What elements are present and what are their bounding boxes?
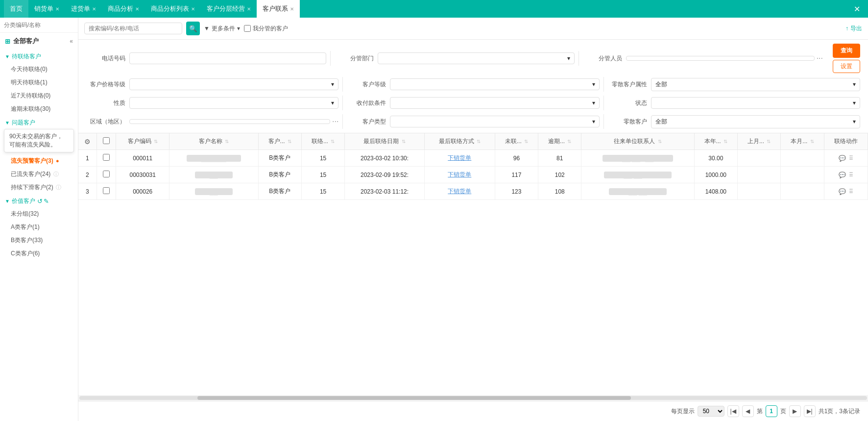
price-level-select[interactable]: ▾ <box>129 78 338 90</box>
action-chat-icon[interactable]: 💬 <box>839 155 846 162</box>
th-last-method[interactable]: 最后联络方式 ⇅ <box>424 133 495 150</box>
sidebar-item-type-c[interactable]: C类客户(6) <box>0 247 78 260</box>
customer-type-select[interactable]: ▾ <box>390 116 599 127</box>
action-more-icon[interactable]: ⠿ <box>849 172 853 178</box>
sidebar-item-declining[interactable]: 持续下滑客户(2) ⓘ <box>0 181 78 194</box>
nav-item-goods-analysis[interactable]: 商品分析 ✕ <box>102 0 145 18</box>
last-method-link[interactable]: 下销货单 <box>448 154 471 161</box>
row-checkbox[interactable] <box>103 154 110 161</box>
last-method-link[interactable]: 下销货单 <box>448 188 471 195</box>
th-last-month[interactable]: 上月... ⇅ <box>738 133 781 150</box>
sidebar-item-churned[interactable]: 已流失客户(24) ⓘ <box>0 168 78 181</box>
total-records-label: 共1页，3条记录 <box>819 407 860 416</box>
action-more-icon[interactable]: ⠿ <box>849 155 853 162</box>
nav-item-sales[interactable]: 销货单 ✕ <box>28 0 65 18</box>
window-close-button[interactable]: ✕ <box>849 1 864 16</box>
nav-close-sales[interactable]: ✕ <box>55 6 59 12</box>
query-button[interactable]: 查询 <box>833 44 860 58</box>
cell-index: 2 <box>78 167 96 183</box>
sidebar-item-today-pending[interactable]: 今天待联络(0) <box>0 63 78 76</box>
refresh-icon[interactable]: ↺ <box>37 198 43 205</box>
action-more-icon[interactable]: ⠿ <box>849 188 853 195</box>
sidebar-item-type-a[interactable]: A类客户(1) <box>0 221 78 234</box>
horizontal-scrollbar[interactable] <box>78 395 868 401</box>
th-type[interactable]: 客户... ⇅ <box>258 133 301 150</box>
nav-close-goods-analysis[interactable]: ✕ <box>135 6 139 12</box>
row-checkbox[interactable] <box>103 187 110 194</box>
edit-icon[interactable]: ✎ <box>44 198 49 205</box>
arrow-icon-churn: ▼ <box>5 120 10 125</box>
nav-item-purchase[interactable]: 进货单 ✕ <box>65 0 102 18</box>
scrollbar-thumb[interactable] <box>197 396 630 400</box>
my-customers-check[interactable] <box>244 25 251 32</box>
nav-close-goods-list[interactable]: ✕ <box>191 6 195 12</box>
status-select[interactable]: ▾ <box>651 97 860 109</box>
nav-close-purchase[interactable]: ✕ <box>92 6 96 12</box>
row-checkbox[interactable] <box>103 171 110 177</box>
next-page-button[interactable]: ▶ <box>789 405 801 417</box>
nav-item-customer-tier[interactable]: 客户分层经营 ✕ <box>201 0 257 18</box>
retail-attr-select[interactable]: 全部 ▾ <box>651 78 860 91</box>
th-contact[interactable]: 联络... ⇅ <box>301 133 344 150</box>
retail-attr-label: 零散客户属性 <box>608 80 647 89</box>
th-contact-person[interactable]: 往来单位联系人 ⇅ <box>581 133 694 150</box>
settings-gear-icon[interactable]: ⚙ <box>84 138 91 146</box>
cell-this-year: 30.00 <box>694 150 737 167</box>
region-select[interactable] <box>129 119 330 124</box>
payment-select[interactable]: ▾ <box>390 97 599 109</box>
th-code[interactable]: 客户编码 ⇅ <box>116 133 169 150</box>
export-button[interactable]: ↑ 导出 <box>845 25 862 33</box>
more-conditions-button[interactable]: ▼ 更多条件 ▾ <box>204 25 240 33</box>
region-more-btn[interactable]: ··· <box>332 117 338 126</box>
prev-page-button[interactable]: ◀ <box>742 405 754 417</box>
collapse-btn[interactable]: « <box>70 38 73 45</box>
th-not-contacted[interactable]: 未联... ⇅ <box>495 133 538 150</box>
sidebar-item-type-b[interactable]: B类客户(33) <box>0 234 78 247</box>
th-overdue[interactable]: 逾期... ⇅ <box>538 133 581 150</box>
dept-select[interactable]: ▾ <box>378 52 575 64</box>
nav-close-customer-contact[interactable]: ✕ <box>290 6 294 12</box>
nature-select[interactable]: ▾ <box>129 97 338 109</box>
main-search-input[interactable] <box>84 23 182 34</box>
sidebar-item-overdue[interactable]: 逾期未联络(30) <box>0 102 78 116</box>
nav-close-customer-tier[interactable]: ✕ <box>247 6 251 12</box>
all-customers-title[interactable]: ⊞ 全部客户 « <box>0 33 78 50</box>
last-page-button[interactable]: ▶| <box>804 405 816 417</box>
customer-level-select[interactable]: ▾ <box>390 78 599 90</box>
sidebar-group-value-customers[interactable]: ▼ 价值客户 ↺ ✎ <box>0 194 78 207</box>
nav-item-goods-list[interactable]: 商品分析列表 ✕ <box>145 0 201 18</box>
nav-item-customer-contact[interactable]: 客户联系 ✕ <box>257 0 300 18</box>
th-this-year[interactable]: 本年... ⇅ <box>694 133 737 150</box>
cell-action: 💬 ⠿ <box>824 183 868 200</box>
setting-button[interactable]: 设置 <box>833 60 860 73</box>
sidebar-item-week-pending[interactable]: 近7天待联络(0) <box>0 89 78 102</box>
manager-select[interactable] <box>626 56 815 61</box>
my-customers-checkbox[interactable]: 我分管的客户 <box>244 25 288 33</box>
sidebar-group-churn-risk[interactable]: ▼ 问题客户 <box>0 116 78 129</box>
last-method-link[interactable]: 下销货单 <box>448 171 471 178</box>
sidebar-group-pending-contact[interactable]: ▼ 待联络客户 <box>0 50 78 63</box>
cell-last-method: 下销货单 <box>424 183 495 200</box>
first-page-button[interactable]: |◀ <box>727 405 739 417</box>
current-page: 1 <box>766 405 777 417</box>
table-body: 1 000011 ██████ B类客户 15 2023-03-02 10:30… <box>78 150 868 200</box>
per-page-select[interactable]: 50 100 <box>698 406 724 417</box>
divider-2 <box>579 51 579 66</box>
select-all-checkbox[interactable] <box>103 137 110 144</box>
retail-customer-select[interactable]: 全部 ▾ <box>651 115 860 128</box>
nav-item-home[interactable]: 首页 <box>4 0 28 18</box>
manager-more-btn[interactable]: ··· <box>817 54 823 63</box>
sidebar-search-input[interactable] <box>4 22 77 28</box>
th-this-month[interactable]: 本月... ⇅ <box>781 133 824 150</box>
sidebar-item-tomorrow-pending[interactable]: 明天待联络(1) <box>0 76 78 89</box>
sidebar-item-ungroup[interactable]: 未分组(32) <box>0 207 78 221</box>
action-chat-icon[interactable]: 💬 <box>839 172 846 178</box>
filter-region: 区域（地区） ··· <box>86 117 338 126</box>
th-name[interactable]: 客户名称 ⇅ <box>169 133 258 150</box>
th-last-date[interactable]: 最后联络日期 ⇅ <box>345 133 425 150</box>
main-search-button[interactable]: 🔍 <box>186 22 200 35</box>
action-chat-icon[interactable]: 💬 <box>839 188 846 195</box>
main-layout: 🔍 ⊞ 全部客户 « ▼ 待联络客户 今天待联络(0) 明天待联络(1) 近7天… <box>0 18 868 421</box>
phone-input[interactable] <box>129 52 326 64</box>
sidebar-item-churn-warning[interactable]: 流失预警客户(3) ● <box>0 154 78 168</box>
